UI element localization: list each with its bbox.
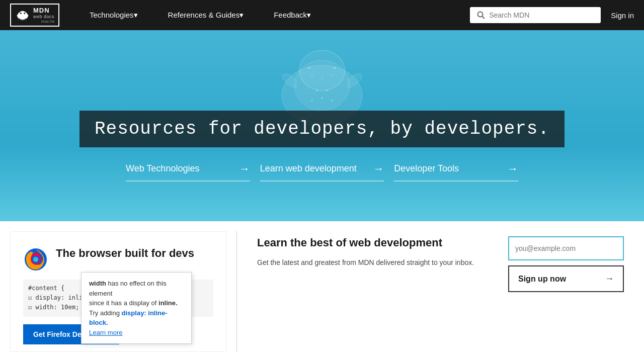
svg-point-11: [311, 75, 313, 76]
svg-point-8: [299, 50, 345, 90]
nav-technologies[interactable]: Technologies▾: [74, 0, 153, 30]
hero-link-web-tech[interactable]: Web Technologies →: [126, 162, 250, 182]
firefox-card: The browser built for devs width has no …: [10, 231, 226, 352]
hero-link-dev-tools[interactable]: Developer Tools →: [394, 162, 518, 182]
tooltip-learn-more-link[interactable]: Learn more: [89, 329, 122, 336]
firefox-icon: [23, 247, 48, 272]
svg-point-21: [33, 257, 38, 262]
content-section: The browser built for devs width has no …: [0, 221, 644, 362]
svg-point-15: [326, 89, 328, 92]
newsletter-form: Sign up now →: [508, 236, 624, 292]
search-icon: [477, 11, 485, 19]
svg-point-3: [24, 13, 25, 14]
svg-point-4: [478, 12, 483, 17]
logo-text: MDN web docs moz://a: [33, 7, 54, 24]
hero-link-learn[interactable]: Learn web development →: [260, 162, 384, 182]
svg-point-13: [321, 77, 323, 79]
logo[interactable]: MDN web docs moz://a: [10, 4, 59, 27]
tooltip-property: width: [89, 280, 106, 287]
svg-point-16: [321, 97, 323, 99]
newsletter-text: Learn the best of web development Get th…: [257, 236, 493, 268]
firefox-card-title: The browser built for devs: [56, 247, 194, 260]
svg-line-5: [482, 17, 485, 19]
nav-references[interactable]: References & Guides▾: [153, 0, 259, 30]
svg-point-2: [20, 13, 22, 14]
mdn-dino-icon: [15, 8, 30, 23]
signup-button[interactable]: Sign up now →: [508, 265, 624, 292]
svg-point-10: [334, 67, 336, 69]
signin-button[interactable]: Sign in: [611, 11, 634, 20]
arrow-icon: →: [239, 162, 250, 175]
email-input[interactable]: [508, 236, 624, 260]
svg-point-17: [311, 100, 313, 102]
newsletter-section: Learn the best of web development Get th…: [237, 221, 644, 362]
hero-title: Resources for developers, by developers.: [95, 119, 549, 139]
search-input[interactable]: [489, 11, 594, 19]
arrow-icon: →: [507, 162, 518, 175]
hero-title-box: Resources for developers, by developers.: [79, 111, 565, 147]
newsletter-description: Get the latest and greatest from MDN del…: [257, 257, 493, 268]
hero-section: Resources for developers, by developers.…: [0, 30, 644, 221]
nav-feedback[interactable]: Feedback▾: [259, 0, 326, 30]
search-bar[interactable]: [470, 7, 601, 23]
svg-point-18: [331, 100, 333, 102]
svg-point-14: [316, 89, 318, 92]
svg-point-12: [332, 75, 333, 76]
navigation: MDN web docs moz://a Technologies▾ Refer…: [0, 0, 644, 30]
svg-point-1: [19, 11, 27, 18]
signup-arrow-icon: →: [605, 274, 614, 284]
css-tooltip: width has no effect on this element sinc…: [81, 272, 192, 344]
newsletter-title: Learn the best of web development: [257, 236, 493, 249]
nav-links: Technologies▾ References & Guides▾ Feedb…: [74, 0, 470, 30]
arrow-icon: →: [373, 162, 384, 175]
hero-quick-links: Web Technologies → Learn web development…: [121, 162, 523, 182]
svg-point-9: [308, 67, 310, 69]
